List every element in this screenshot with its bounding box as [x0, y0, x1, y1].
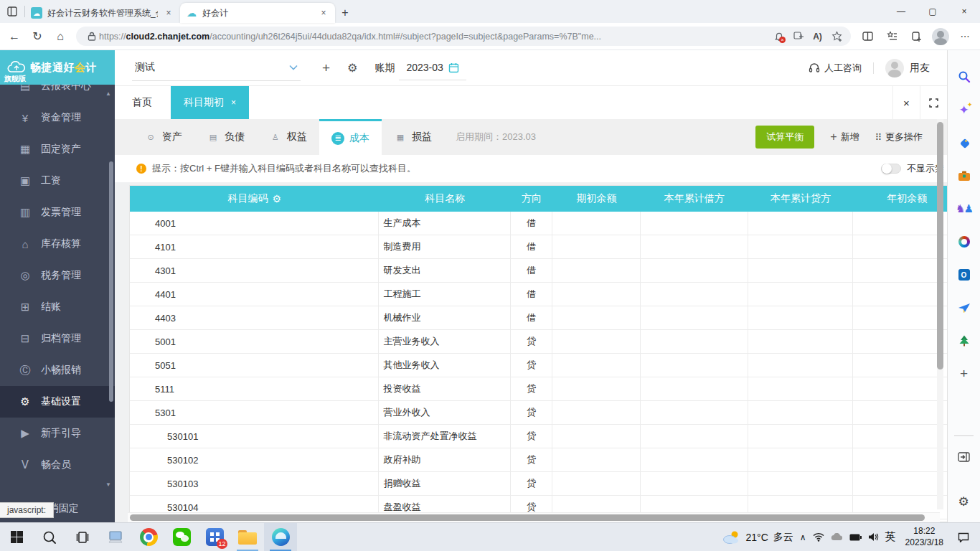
sidebar-item[interactable]: ⊟ 归档管理	[0, 323, 115, 354]
cell-opening-balance[interactable]	[552, 472, 641, 495]
table-row[interactable]: 5111 投资收益 贷	[130, 377, 947, 401]
subject-tab[interactable]: ♙ 权益	[257, 119, 319, 155]
sidebar-scroll-down-icon[interactable]: ▼	[105, 481, 111, 488]
cell-opening-balance[interactable]	[552, 306, 641, 329]
volume-icon[interactable]	[868, 532, 879, 542]
cell-ytd-credit[interactable]	[748, 283, 854, 306]
wechat-icon[interactable]	[165, 523, 198, 551]
cell-opening-balance[interactable]	[552, 235, 641, 258]
cell-year-begin-balance[interactable]	[853, 354, 947, 377]
favorite-star-icon[interactable]	[827, 27, 847, 46]
table-horizontal-scrollbar[interactable]	[130, 514, 925, 521]
cell-year-begin-balance[interactable]	[853, 448, 947, 471]
sidebar-item[interactable]: ◎ 税务管理	[0, 260, 115, 291]
drop-paper-plane-icon[interactable]	[948, 291, 980, 324]
tab-close-icon[interactable]: ×	[163, 8, 174, 18]
cell-year-begin-balance[interactable]	[853, 259, 947, 282]
sidebar-scroll-up-icon[interactable]: ▲	[105, 90, 111, 97]
cell-ytd-debit[interactable]	[641, 212, 748, 235]
cell-year-begin-balance[interactable]	[853, 212, 947, 235]
table-row[interactable]: 5001 主营业务收入 贷	[130, 330, 947, 354]
cell-opening-balance[interactable]	[552, 283, 641, 306]
table-row[interactable]: 530102 政府补助 贷	[130, 448, 947, 472]
period-selector[interactable]: 2023-03	[399, 55, 466, 80]
tab-close-icon[interactable]: ×	[318, 8, 329, 18]
table-row[interactable]: 4101 制造费用 借	[130, 235, 947, 259]
cell-opening-balance[interactable]	[552, 259, 641, 282]
subject-tab[interactable]: ▦ 损益	[382, 119, 444, 155]
taskbar-weather[interactable]: 21°C 多云	[722, 530, 793, 545]
header-ytd-debit[interactable]: 本年累计借方	[641, 186, 748, 212]
table-row[interactable]: 4403 机械作业 借	[130, 306, 947, 330]
onedrive-cloud-icon[interactable]	[831, 533, 843, 541]
header-year-begin-balance[interactable]: 年初余额	[853, 186, 947, 212]
games-icon[interactable]: ♞♟	[948, 192, 980, 225]
hide-disabled-toggle[interactable]	[881, 164, 901, 174]
cell-year-begin-balance[interactable]	[853, 472, 947, 495]
workspaces-icon[interactable]	[788, 27, 808, 46]
tab-subject-opening-active[interactable]: 科目期初 ×	[171, 86, 249, 119]
cell-opening-balance[interactable]	[552, 330, 641, 353]
tools-icon[interactable]	[948, 159, 980, 192]
sidebar-item[interactable]: Ⅴ 畅会员	[0, 449, 115, 481]
table-row[interactable]: 4001 生产成本 借	[130, 212, 947, 235]
cell-ytd-debit[interactable]	[641, 377, 748, 400]
cell-year-begin-balance[interactable]	[853, 330, 947, 353]
cell-ytd-debit[interactable]	[641, 283, 748, 306]
taskbar-search-icon[interactable]	[33, 523, 66, 551]
address-bar[interactable]: https://cloud2.chanjet.com/accounting/uh…	[76, 27, 851, 46]
close-button[interactable]: ×	[948, 0, 980, 23]
duplicate-plus-icon[interactable]	[904, 25, 928, 48]
cell-ytd-debit[interactable]	[641, 354, 748, 377]
sidebar-settings-gear-icon[interactable]: ⚙	[948, 494, 979, 509]
input-language-indicator[interactable]: 英	[885, 530, 896, 544]
cell-year-begin-balance[interactable]	[853, 401, 947, 424]
taskbar-clock[interactable]: 18:22 2023/3/18	[905, 526, 943, 548]
cell-ytd-debit[interactable]	[641, 235, 748, 258]
shopping-tag-icon[interactable]	[948, 126, 980, 159]
cell-ytd-credit[interactable]	[748, 401, 854, 424]
account-settings-gear-icon[interactable]: ⚙	[347, 61, 357, 75]
close-page-icon[interactable]: ×	[892, 86, 920, 119]
cell-opening-balance[interactable]	[552, 425, 641, 448]
more-operations-button[interactable]: ⠿ 更多操作	[875, 131, 923, 143]
cell-ytd-credit[interactable]	[748, 235, 854, 258]
tab-home[interactable]: 首页	[132, 96, 152, 109]
table-row[interactable]: 4401 工程施工 借	[130, 283, 947, 306]
read-aloud-icon[interactable]: A)	[808, 27, 827, 46]
fullscreen-icon[interactable]	[920, 86, 947, 119]
browser-tab-1[interactable]: ☁ 好会计云财务软件管理系统_会计 ×	[25, 3, 180, 23]
back-button[interactable]: ←	[3, 25, 26, 48]
header-direction[interactable]: 方向	[511, 186, 552, 212]
sidebar-collapse-icon[interactable]	[948, 441, 980, 474]
subject-tab[interactable]: ⊙ 资产	[132, 119, 194, 155]
table-row[interactable]: 530103 捐赠收益 贷	[130, 472, 947, 496]
cell-ytd-debit[interactable]	[641, 306, 748, 329]
refresh-button[interactable]: ↻	[26, 25, 49, 48]
hidden-icons-chevron[interactable]: ∧	[800, 532, 806, 542]
cell-ytd-credit[interactable]	[748, 259, 854, 282]
sidebar-item[interactable]: ¥ 资金管理	[0, 102, 115, 133]
cell-ytd-credit[interactable]	[748, 330, 854, 353]
browser-tab-2-active[interactable]: ☁ 好会计 ×	[180, 3, 335, 23]
table-row[interactable]: 4301 研发支出 借	[130, 259, 947, 283]
sidebar-item[interactable]: ⚙ 基础设置	[0, 386, 115, 418]
cell-year-begin-balance[interactable]	[853, 306, 947, 329]
wifi-icon[interactable]	[813, 532, 824, 542]
new-tab-button[interactable]: +	[335, 3, 355, 23]
cell-opening-balance[interactable]	[552, 401, 641, 424]
sidebar-item[interactable]: ▦ 固定资产	[0, 133, 115, 165]
collections-icon[interactable]	[880, 25, 904, 48]
cell-ytd-debit[interactable]	[641, 401, 748, 424]
cell-ytd-debit[interactable]	[641, 330, 748, 353]
cell-year-begin-balance[interactable]	[853, 283, 947, 306]
cell-ytd-credit[interactable]	[748, 377, 854, 400]
microsoft-365-icon[interactable]	[948, 225, 980, 258]
cell-opening-balance[interactable]	[552, 448, 641, 471]
tab-close-icon[interactable]: ×	[231, 98, 236, 108]
cell-ytd-credit[interactable]	[748, 354, 854, 377]
home-button[interactable]: ⌂	[49, 25, 72, 48]
cell-opening-balance[interactable]	[552, 354, 641, 377]
user-avatar[interactable]	[885, 59, 904, 77]
pc-app-icon[interactable]	[99, 523, 132, 551]
